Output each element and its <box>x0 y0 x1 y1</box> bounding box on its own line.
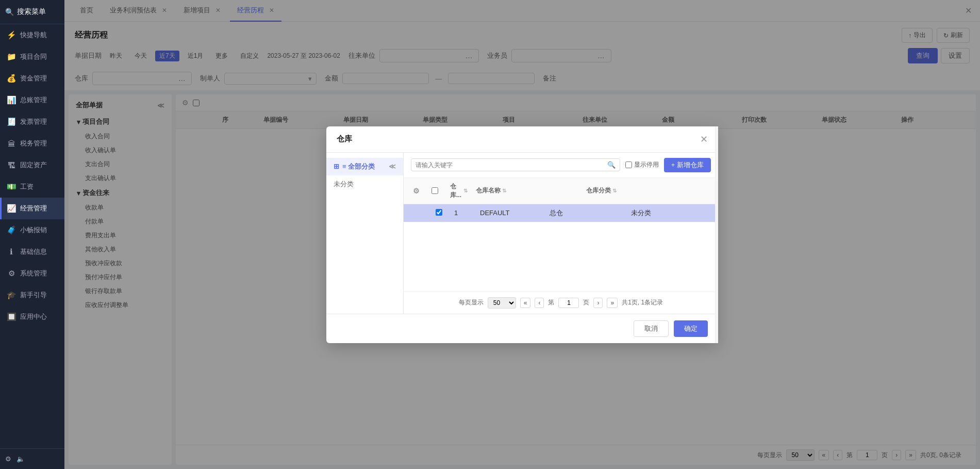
modal-per-page-select[interactable]: 50 100 <box>488 297 516 309</box>
modal-search-icon: 🔍 <box>607 161 616 169</box>
grid-icon: ⊞ <box>334 163 339 170</box>
modal-cell-check-0 <box>431 205 450 221</box>
modal-first-page-btn[interactable]: « <box>520 298 531 308</box>
sidebar-item-quick-nav[interactable]: ⚡ 快捷导航 <box>0 24 64 46</box>
modal-last-page-btn[interactable]: » <box>607 298 618 308</box>
sidebar-search[interactable]: 🔍 搜索菜单 <box>0 0 64 24</box>
modal-cell-name-0: 总仓 <box>545 204 627 222</box>
sidebar-item-project-contract[interactable]: 📁 项目合同 <box>0 46 64 68</box>
modal-select-all-checkbox[interactable] <box>431 187 438 194</box>
modal-sort-seq-icon[interactable]: ⇅ <box>463 188 468 193</box>
sys-mgmt-icon: ⚙ <box>7 269 16 278</box>
sidebar-item-ops-mgmt[interactable]: 📈 经营管理 <box>0 198 64 219</box>
modal-close-icon[interactable]: ✕ <box>700 134 708 145</box>
show-disabled-checkbox[interactable] <box>625 161 632 168</box>
modal-search-wrap: 🔍 <box>411 158 620 171</box>
modal-right-content: 🔍 显示停用 + 新增仓库 ⚙ <box>404 153 718 314</box>
modal-cell-code-0: DEFAULT <box>476 205 545 221</box>
modal-footer: 取消 确定 <box>326 314 718 343</box>
sidebar-item-fixed-assets[interactable]: 🏗 固定资产 <box>0 154 64 176</box>
fixed-assets-icon: 🏗 <box>7 161 16 170</box>
app-center-icon: 🔲 <box>7 312 16 321</box>
modal-cell-cat-0: 未分类 <box>627 204 709 222</box>
sidebar-item-sys-mgmt[interactable]: ⚙ 系统管理 <box>0 263 64 284</box>
modal-tree-collapse-icon[interactable]: ≪ <box>389 163 396 170</box>
sidebar-item-xiaochang-sales[interactable]: 🧳 小畅报销 <box>0 219 64 241</box>
search-icon: 🔍 <box>5 8 14 16</box>
sidebar-item-basic-info[interactable]: ℹ 基础信息 <box>0 241 64 263</box>
invoice-mgmt-icon: 🧾 <box>7 117 16 126</box>
modal-pagination: 每页显示 50 100 « ‹ 第 页 › » 共1页, 1条记录 <box>404 292 718 314</box>
xiaochang-sales-icon: 🧳 <box>7 225 16 235</box>
modal-page-input[interactable] <box>558 298 579 308</box>
sidebar-bottom: ⚙ 🔈 <box>0 448 64 469</box>
main-area: 首页 业务利润预估表 ✕ 新增项目 ✕ 经营历程 ✕ ✕ 经营历程 ↑ 导出 ↻… <box>64 0 980 469</box>
ops-mgmt-icon: 📈 <box>7 204 16 213</box>
modal-cancel-button[interactable]: 取消 <box>634 320 669 337</box>
modal-next-page-btn[interactable]: › <box>593 298 603 308</box>
modal-sort-cat-icon[interactable]: ⇅ <box>612 188 617 193</box>
warehouse-modal: 仓库 ✕ ⊞ ≡ 全部分类 ≪ 未分类 <box>326 126 718 343</box>
modal-confirm-button[interactable]: 确定 <box>674 320 708 337</box>
modal-toolbar: 🔍 显示停用 + 新增仓库 <box>404 153 718 178</box>
modal-header: 仓库 ✕ <box>326 126 718 153</box>
settings-icon[interactable]: ⚙ <box>5 455 11 463</box>
modal-sort-code-icon[interactable]: ⇅ <box>502 188 506 193</box>
sidebar: 🔍 搜索菜单 ⚡ 快捷导航 📁 项目合同 💰 资金管理 📊 总账管理 🧾 发票管… <box>0 0 64 469</box>
sidebar-item-newbie-guide[interactable]: 🎓 新手引导 <box>0 284 64 306</box>
modal-cell-num-0: 1 <box>450 205 476 221</box>
newbie-guide-icon: 🎓 <box>7 290 16 300</box>
basic-info-icon: ℹ <box>7 247 16 256</box>
project-contract-icon: 📁 <box>7 52 16 61</box>
sidebar-item-payroll[interactable]: 💵 工资 <box>0 176 64 198</box>
modal-th-checkbox <box>427 178 446 204</box>
sidebar-item-fund-mgmt[interactable]: 💰 资金管理 <box>0 68 64 89</box>
sidebar-item-general-ledger[interactable]: 📊 总账管理 <box>0 89 64 111</box>
modal-row-checkbox-0[interactable] <box>436 209 442 216</box>
modal-tree-all-category[interactable]: ⊞ ≡ 全部分类 ≪ <box>326 158 403 175</box>
modal-cell-settings-0 <box>413 209 431 217</box>
modal-th-category: 仓库分类 ⇅ <box>582 178 713 204</box>
modal-prev-page-btn[interactable]: ‹ <box>535 298 544 308</box>
sidebar-item-invoice-mgmt[interactable]: 🧾 发票管理 <box>0 111 64 133</box>
modal-th-code: 仓库名称 ⇅ <box>472 178 582 204</box>
fund-mgmt-icon: 💰 <box>7 74 16 83</box>
show-disabled-label[interactable]: 显示停用 <box>625 160 659 169</box>
general-ledger-icon: 📊 <box>7 95 16 105</box>
modal-per-page-label: 每页显示 <box>459 298 484 307</box>
modal-th-seq: 仓库... ⇅ <box>446 178 472 204</box>
modal-gear-icon[interactable]: ⚙ <box>413 187 420 195</box>
modal-overlay: 仓库 ✕ ⊞ ≡ 全部分类 ≪ 未分类 <box>64 0 980 469</box>
modal-table-row-0[interactable]: 1 DEFAULT 总仓 未分类 <box>404 204 718 222</box>
modal-th-settings: ⚙ <box>409 178 427 204</box>
modal-search-input[interactable] <box>416 161 604 169</box>
quick-nav-icon: ⚡ <box>7 30 16 40</box>
tax-mgmt-icon: 🏛 <box>7 139 16 148</box>
modal-page-label-pre: 第 <box>548 298 554 307</box>
sidebar-item-app-center[interactable]: 🔲 应用中心 <box>0 306 64 328</box>
modal-table-header: ⚙ 仓库... ⇅ 仓库名称 ⇅ <box>404 178 718 204</box>
modal-category-tree: ⊞ ≡ 全部分类 ≪ 未分类 <box>326 153 404 314</box>
add-warehouse-button[interactable]: + 新增仓库 <box>664 158 711 172</box>
modal-tree-uncategorized[interactable]: 未分类 <box>326 175 403 193</box>
modal-page-label: 页 <box>583 298 589 307</box>
modal-title: 仓库 <box>337 134 352 144</box>
modal-table-body: 1 DEFAULT 总仓 未分类 <box>404 204 718 287</box>
modal-total-label: 共1页, 1条记录 <box>622 298 663 307</box>
sidebar-item-tax-mgmt[interactable]: 🏛 税务管理 <box>0 133 64 154</box>
sound-icon[interactable]: 🔈 <box>16 455 25 463</box>
modal-body: ⊞ ≡ 全部分类 ≪ 未分类 🔍 <box>326 153 718 314</box>
payroll-icon: 💵 <box>7 182 16 191</box>
